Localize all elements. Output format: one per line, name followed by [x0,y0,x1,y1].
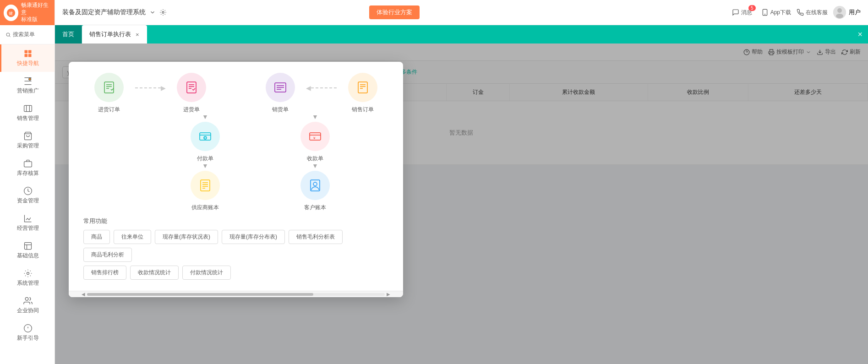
topbar-title: 装备及固定资产辅助管理系统 [62,8,364,16]
search-menu-button[interactable]: 搜索菜单 [4,29,51,40]
scrollbar-thumb[interactable] [87,293,313,296]
flow-circle-sale-order [348,73,377,102]
app-download-btn[interactable]: App下载 [761,9,791,16]
sidebar-item-finance[interactable]: 资金管理 [0,182,55,209]
message-badge: 5 [748,5,756,11]
svg-rect-7 [28,54,32,57]
common-functions-title: 常用功能 [83,217,388,225]
sidebar-item-enterprise[interactable]: 企业协同 [0,292,55,319]
tab-close-icon[interactable]: × [136,31,139,38]
scrollbar-left-arrow[interactable]: ◀ [80,292,87,297]
close-all-tabs-btn[interactable]: × [852,25,868,43]
common-btn-product[interactable]: 商品 [83,230,110,244]
topbar: 装备及固定资产辅助管理系统 体验行业方案 消息 5 App下载 [55,0,868,25]
common-btn-stock-dist[interactable]: 现存量(库存分布表) [222,230,285,244]
svg-rect-5 [28,50,32,54]
flow-circle-purchase-order [94,73,124,102]
common-btn-product-gross[interactable]: 商品毛利分析 [83,248,132,262]
flow-dialog: 进货订单 ▶ [69,62,403,297]
common-btn-receipt-stats[interactable]: 收款情况统计 [130,266,179,280]
scrollbar-track[interactable] [87,293,385,296]
user-menu[interactable]: 用户 [833,6,861,19]
sidebar-item-basic-info[interactable]: 基础信息 [0,237,55,264]
svg-text:¥: ¥ [204,136,206,139]
common-buttons-row2: 销售排行榜 收款情况统计 付款情况统计 [83,266,388,280]
online-service-btn[interactable]: 在线客服 [797,9,828,16]
avatar [833,6,846,19]
sidebar: 健 畅康通好生意 标准版 搜索菜单 快捷导航 营销推广 [0,0,55,364]
common-btn-sales-ranking[interactable]: 销售排行榜 [83,266,126,280]
flow-circle-customer-ledger [300,171,330,200]
flow-item-payment-bill[interactable]: ¥ 付款单 [173,122,237,163]
sidebar-search[interactable]: 搜索菜单 [0,25,55,44]
common-btn-sales-gross[interactable]: 销售毛利分析表 [289,230,343,244]
system-dropdown[interactable] [149,9,156,16]
flow-circle-payment-bill: ¥ [191,122,220,151]
experience-btn[interactable]: 体验行业方案 [369,5,420,19]
flow-item-purchase-order[interactable]: 进货订单 [83,73,135,114]
svg-point-8 [29,78,31,80]
svg-rect-10 [24,162,32,167]
svg-rect-29 [104,82,114,93]
common-buttons-row1: 商品 往来单位 现存量(库存状况表) 现存量(库存分布表) 销售毛利分析表 商品… [83,230,388,262]
dialog-scrollbar[interactable]: ◀ ▶ [69,291,403,297]
svg-rect-33 [187,82,196,93]
logo-text: 畅康通好生意 标准版 [21,2,51,23]
flow-item-sale-bill[interactable]: 销货单 [254,73,306,114]
svg-point-21 [836,14,843,18]
sidebar-logo: 健 畅康通好生意 标准版 [0,0,55,25]
flow-item-customer-ledger[interactable]: 客户账本 [283,171,347,212]
tab-home[interactable]: 首页 [55,25,82,43]
svg-text:¥: ¥ [313,136,316,140]
svg-text:健: 健 [9,11,13,15]
scrollbar-right-arrow[interactable]: ▶ [385,292,392,297]
tabbar: 首页 销售订单执行表 × × [55,25,868,43]
message-btn[interactable]: 消息 5 [732,9,752,16]
dialog-body: 进货订单 ▶ [69,62,403,291]
sidebar-item-newbie[interactable]: 新手引导 [0,319,55,347]
svg-rect-6 [25,54,28,57]
main-content: 装备及固定资产辅助管理系统 体验行业方案 消息 5 App下载 [55,0,868,364]
content-area: 帮助 按模板打印 导出 刷新 — [55,43,868,364]
svg-rect-4 [25,50,28,54]
svg-point-2 [6,33,10,36]
flow-circle-sale-bill [266,73,295,102]
flow-circle-receipt-bill: ¥ [300,122,330,151]
svg-rect-41 [358,82,367,93]
sidebar-item-inventory[interactable]: 库存核算 [0,154,55,182]
svg-point-58 [313,182,317,186]
svg-point-13 [27,272,29,275]
flow-circle-purchase-bill [177,73,206,102]
flow-item-sale-order[interactable]: 销售订单 [337,73,388,114]
svg-point-16 [162,11,164,13]
sidebar-nav: 快捷导航 营销推广 销售管理 采购管理 库存核算 资金管理 [0,44,55,364]
sidebar-item-purchase[interactable]: 采购管理 [0,127,55,154]
sidebar-item-system[interactable]: 系统管理 [0,264,55,292]
flow-diagram: 进货订单 ▶ [83,73,388,212]
sidebar-item-operation[interactable]: 经营管理 [0,209,55,237]
svg-point-14 [25,298,28,301]
tab-sales-order[interactable]: 销售订单执行表 × [82,25,147,43]
flow-circle-supplier-ledger [191,171,220,200]
common-btn-stock-status[interactable]: 现存量(库存状况表) [155,230,218,244]
common-btn-payment-stats[interactable]: 付款情况统计 [182,266,231,280]
svg-rect-9 [24,105,32,111]
sidebar-item-quick-guide[interactable]: 快捷导航 [0,44,55,72]
settings-button[interactable] [159,9,167,16]
svg-point-20 [837,8,842,13]
flow-item-purchase-bill[interactable]: 进货单 [166,73,218,114]
svg-line-3 [9,36,10,37]
logo-icon: 健 [4,5,18,21]
flow-item-supplier-ledger[interactable]: 供应商账本 [173,171,237,212]
common-btn-contacts[interactable]: 往来单位 [114,230,151,244]
svg-rect-52 [201,180,210,191]
sidebar-item-sales[interactable]: 销售管理 [0,99,55,127]
common-functions-section: 常用功能 商品 往来单位 现存量(库存状况表) 现存量(库存分布表) 销售毛利分… [83,212,388,280]
flow-item-receipt-bill[interactable]: ¥ 收款单 [283,122,347,163]
sidebar-item-marketing[interactable]: 营销推广 [0,72,55,99]
dialog-overlay[interactable]: 进货订单 ▶ [55,43,868,364]
svg-rect-57 [311,180,320,191]
svg-rect-12 [25,243,32,250]
